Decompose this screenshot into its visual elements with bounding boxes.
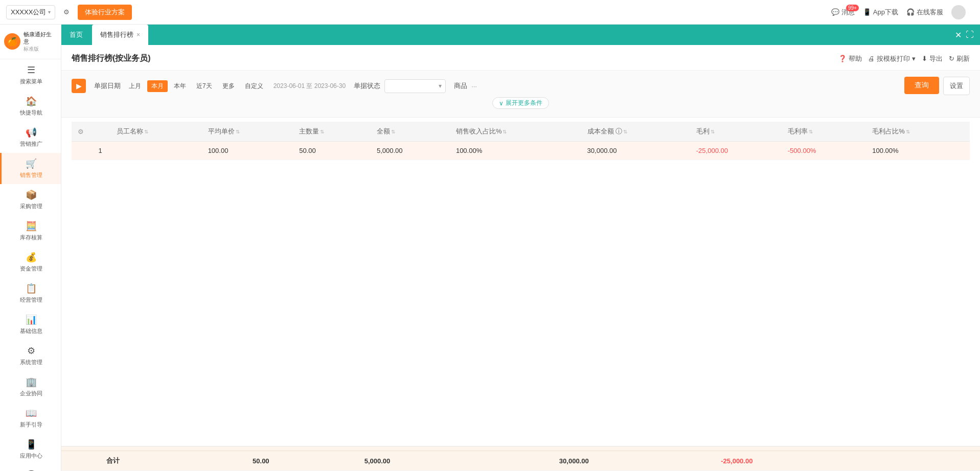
filter-toggle-button[interactable]: ▶ (72, 79, 86, 93)
col-profit: 毛利 ⇅ (690, 122, 782, 142)
sidebar-item-label: 应用中心 (20, 452, 42, 460)
date-tab-last-month[interactable]: 上月 (125, 80, 145, 92)
avatar[interactable] (951, 5, 966, 19)
tab-sales-ranking[interactable]: 销售排行榜 × (92, 25, 148, 45)
maximize-button[interactable]: ⛶ (966, 30, 974, 39)
tab-close-button[interactable]: × (136, 31, 140, 38)
export-icon: ⬇ (922, 55, 927, 62)
tab-bar-right: ✕ ⛶ (955, 30, 980, 40)
sidebar-item-inventory[interactable]: 🧮 库存核算 (0, 215, 61, 246)
row-amount: 5,000.00 (371, 142, 450, 160)
tab-label: 销售排行榜 (100, 30, 133, 39)
sidebar-item-app-center[interactable]: 📱 应用中心 (0, 434, 61, 465)
sort-icon[interactable]: ⇅ (144, 129, 148, 134)
date-tab-more[interactable]: 更多 (218, 80, 239, 92)
summary-quantity: 50.00 (246, 451, 358, 471)
logo-sub: 标准版 (24, 46, 57, 53)
col-sort-avg-price: 平均单价 ⇅ (208, 127, 287, 136)
headset-icon: 🎧 (906, 8, 915, 16)
sidebar-item-wechat[interactable]: 💬 企业微信 (0, 465, 61, 471)
status-select[interactable] (384, 79, 446, 93)
row-settings (72, 142, 90, 160)
date-tab-current-month[interactable]: 本月 (147, 80, 168, 92)
basic-info-icon: 📊 (26, 314, 37, 325)
sidebar-item-search[interactable]: ☰ 搜索菜单 (0, 59, 61, 91)
help-button[interactable]: ❓ 帮助 (838, 54, 862, 63)
finance-icon: 💰 (26, 252, 37, 263)
sidebar-item-label: 系统管理 (20, 358, 42, 366)
summary-empty-settings (61, 451, 80, 471)
date-tab-current-year[interactable]: 本年 (170, 80, 190, 92)
sidebar-item-sales[interactable]: 🛒 销售管理 (0, 153, 61, 184)
col-sort-profit: 毛利 ⇅ (696, 127, 776, 136)
export-button[interactable]: ⬇ 导出 (922, 54, 943, 63)
sort-icon[interactable]: ⇅ (503, 129, 507, 134)
top-right-actions: 💬 消息 99+ 📱 App下载 🎧 在线客服 (831, 5, 974, 19)
sidebar-item-quick-nav[interactable]: 🏠 快捷导航 (0, 91, 61, 122)
query-button[interactable]: 查询 (904, 77, 939, 94)
summary-table: 合计 50.00 5,000.00 30,000.00 -25,000.00 (61, 451, 980, 471)
sales-icon: 🛒 (26, 158, 37, 169)
gear-button[interactable]: ⚙ (59, 5, 74, 19)
company-selector[interactable]: XXXXX公司 ▾ (6, 5, 55, 19)
export-label: 导出 (929, 54, 943, 63)
logo-text-block: 畅康通好生意 标准版 (24, 31, 57, 53)
summary-empty-rank (80, 451, 100, 471)
online-service-button[interactable]: 🎧 在线客服 (906, 8, 943, 17)
app-download-label: App下载 (873, 8, 898, 17)
row-quantity: 50.00 (293, 142, 371, 160)
chevron-down-icon: ▾ (48, 9, 51, 15)
col-quantity: 主数量 ⇅ (293, 122, 371, 142)
refresh-button[interactable]: ↻ 刷新 (949, 54, 970, 63)
sort-icon[interactable]: ⇅ (623, 129, 627, 134)
sidebar-item-label: 搜索菜单 (20, 78, 42, 85)
status-filter: 单据状态 (354, 79, 446, 93)
sidebar-item-basic-info[interactable]: 📊 基础信息 (0, 309, 61, 340)
expand-conditions-button[interactable]: ∨ 展开更多条件 (492, 97, 549, 109)
company-name: XXXXX公司 (11, 8, 46, 17)
sidebar-item-operations[interactable]: 📋 经营管理 (0, 278, 61, 309)
close-window-button[interactable]: ✕ (955, 30, 962, 40)
settings-button[interactable]: 设置 (943, 77, 970, 95)
sort-icon[interactable]: ⇅ (391, 129, 395, 134)
date-range: 2023-06-01 至 2023-06-30 (274, 82, 346, 91)
summary-profit: -25,000.00 (715, 451, 885, 471)
goods-label: 商品 (454, 81, 467, 91)
date-tab-custom[interactable]: 自定义 (241, 80, 267, 92)
col-sort-profit-pct: 毛利占比% ⇅ (872, 127, 964, 136)
help-label: 帮助 (849, 54, 862, 63)
help-icon: ❓ (838, 55, 847, 62)
message-button[interactable]: 💬 消息 99+ (831, 8, 855, 17)
col-sort-quantity: 主数量 ⇅ (299, 127, 364, 136)
print-button[interactable]: 🖨 按模板打印 ▾ (868, 54, 916, 63)
sidebar-item-system[interactable]: ⚙ 系统管理 (0, 340, 61, 371)
col-settings[interactable]: ⚙ (72, 122, 90, 142)
sidebar-item-finance[interactable]: 💰 资金管理 (0, 246, 61, 278)
sort-icon[interactable]: ⇅ (236, 129, 240, 134)
sort-icon[interactable]: ⇅ (809, 129, 813, 134)
page-actions: ❓ 帮助 🖨 按模板打印 ▾ ⬇ 导出 ↻ 刷新 (838, 54, 970, 63)
sidebar-item-purchase[interactable]: 📦 采购管理 (0, 184, 61, 215)
table-container: ⚙ 员工名称 ⇅ 平均单价 ⇅ (61, 122, 980, 160)
goods-more-icon: ··· (471, 82, 477, 90)
marketing-icon: 📢 (26, 127, 37, 138)
sidebar-item-marketing[interactable]: 📢 营销推广 (0, 122, 61, 153)
date-tab-last-7days[interactable]: 近7天 (192, 80, 216, 92)
sidebar-item-label: 企业协同 (20, 390, 42, 397)
filter-row: ▶ 单据日期 上月 本月 本年 近7天 更多 自定义 2023-06-01 至 … (72, 77, 970, 95)
trial-button[interactable]: 体验行业方案 (78, 5, 132, 20)
sort-icon[interactable]: ⇅ (711, 129, 715, 134)
app-download-button[interactable]: 📱 App下载 (863, 8, 898, 17)
table-header: ⚙ 员工名称 ⇅ 平均单价 ⇅ (72, 122, 970, 142)
page-title: 销售排行榜(按业务员) (72, 53, 151, 64)
sidebar-item-guide[interactable]: 📖 新手引导 (0, 402, 61, 434)
sidebar-item-enterprise[interactable]: 🏢 企业协同 (0, 371, 61, 402)
col-rank (90, 122, 110, 142)
row-profit: -25,000.00 (690, 142, 782, 160)
sort-icon[interactable]: ⇅ (320, 129, 324, 134)
tab-home[interactable]: 首页 (61, 25, 91, 45)
sort-icon[interactable]: ⇅ (906, 129, 910, 134)
main-layout: 🍊 畅康通好生意 标准版 ☰ 搜索菜单 🏠 快捷导航 📢 营销推广 🛒 销售管理… (0, 25, 980, 471)
enterprise-icon: 🏢 (26, 376, 37, 388)
sidebar-item-label: 经营管理 (20, 296, 42, 304)
